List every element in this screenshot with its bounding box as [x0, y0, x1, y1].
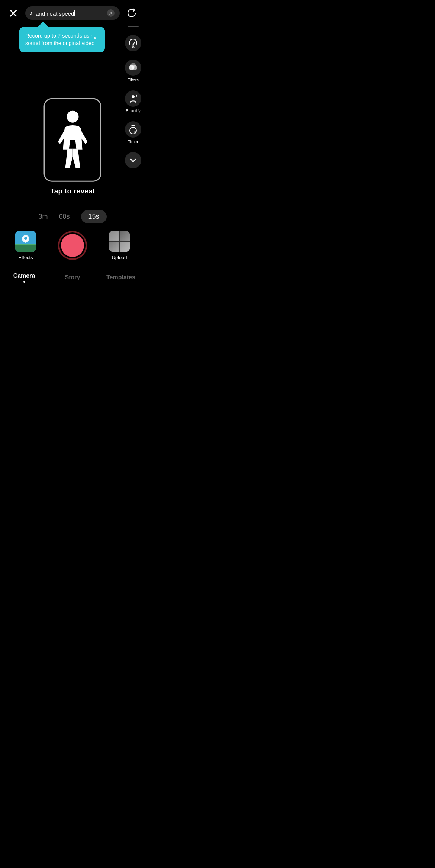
bottom-nav: Camera Story Templates: [0, 263, 145, 289]
effects-icon: [15, 231, 36, 252]
effects-icon-wrapper: [15, 231, 36, 252]
text-cursor: [74, 10, 75, 16]
svg-point-17: [24, 237, 27, 240]
upload-label: Upload: [112, 255, 127, 260]
record-button[interactable]: [58, 231, 87, 260]
separator-line: [128, 26, 139, 27]
nav-story[interactable]: Story: [48, 271, 97, 281]
duration-15s[interactable]: 15s: [81, 210, 107, 223]
timer-label: Timer: [128, 139, 138, 144]
speed-control[interactable]: 1x: [125, 35, 141, 51]
speed-icon: 1x: [128, 38, 138, 48]
nav-story-label: Story: [65, 274, 80, 281]
beautify-label: Beautify: [126, 109, 141, 113]
duration-3m[interactable]: 3m: [38, 213, 48, 221]
upload-button[interactable]: Upload: [109, 231, 130, 260]
person-silhouette: [54, 108, 91, 171]
sound-text: and neat speed: [36, 10, 104, 17]
timer-icon: 3: [128, 124, 138, 135]
duration-60s[interactable]: 60s: [59, 213, 70, 221]
svg-point-5: [130, 63, 136, 68]
svg-text:3: 3: [134, 131, 136, 134]
filters-control[interactable]: Filters: [125, 60, 141, 82]
svg-rect-8: [131, 125, 135, 126]
sound-pill[interactable]: ♪ and neat speed ✕: [25, 6, 120, 20]
tap-to-reveal-text: Tap to reveal: [50, 187, 95, 195]
camera-viewfinder[interactable]: Tap to reveal: [44, 98, 102, 195]
svg-text:✦: ✦: [135, 94, 138, 98]
filters-icon-wrapper: [125, 60, 141, 76]
filters-icon: [128, 62, 138, 73]
duration-bar: 3m 60s 15s: [0, 210, 145, 223]
sound-text-value: and neat speed: [36, 10, 74, 17]
speed-icon-wrapper: 1x: [125, 35, 141, 51]
upload-thumb-2: [120, 231, 130, 241]
nav-templates[interactable]: Templates: [97, 271, 145, 281]
tooltip-container: Record up to 7 seconds using sound from …: [19, 22, 105, 52]
bottom-controls: Effects Upload: [0, 231, 145, 260]
tooltip-arrow: [38, 22, 48, 27]
tooltip-box: Record up to 7 seconds using sound from …: [19, 27, 105, 52]
svg-point-12: [67, 110, 78, 122]
effects-button[interactable]: Effects: [15, 231, 36, 260]
silhouette-frame: [44, 98, 102, 182]
refresh-icon: [126, 8, 137, 18]
beautify-control[interactable]: ✦ Beautify: [125, 90, 141, 113]
music-icon: ♪: [30, 10, 33, 16]
refresh-button[interactable]: [125, 6, 138, 20]
upload-thumb-1: [109, 231, 119, 241]
effects-label: Effects: [18, 255, 33, 260]
nav-camera-label: Camera: [13, 273, 35, 279]
upload-thumb-3: [109, 242, 119, 253]
upload-icon-wrapper: [109, 231, 130, 252]
tooltip-text: Record up to 7 seconds using sound from …: [25, 33, 97, 46]
filters-label: Filters: [128, 78, 139, 82]
nav-active-dot: [23, 281, 25, 283]
beautify-icon-wrapper: ✦: [125, 90, 141, 107]
svg-rect-15: [15, 244, 36, 245]
expand-controls-button[interactable]: [125, 152, 141, 168]
upload-thumb-4: [120, 242, 130, 253]
clear-sound-button[interactable]: ✕: [107, 9, 115, 17]
nav-templates-label: Templates: [106, 274, 135, 281]
timer-control[interactable]: 3 Timer: [125, 121, 141, 144]
beautify-icon: ✦: [128, 93, 138, 104]
right-controls: 1x Filters ✦ Beautify: [125, 26, 141, 168]
chevron-down-icon: [130, 157, 136, 164]
nav-camera[interactable]: Camera: [0, 270, 48, 283]
record-button-inner: [61, 234, 84, 257]
svg-text:1x: 1x: [132, 45, 135, 48]
svg-point-6: [132, 95, 135, 98]
timer-icon-wrapper: 3: [125, 121, 141, 138]
close-button[interactable]: [7, 6, 20, 20]
